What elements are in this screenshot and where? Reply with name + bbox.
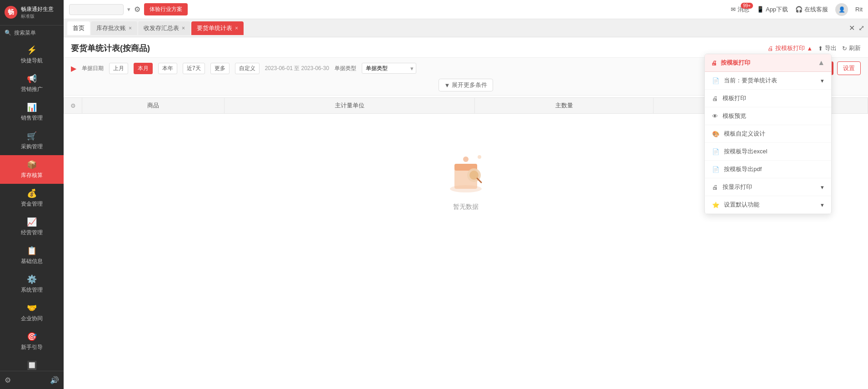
set-default-icon: ⭐ [712, 202, 719, 208]
footer-audio-icon[interactable]: 🔊 [50, 376, 59, 384]
dropdown-display-print[interactable]: 🖨 按显示打印 ▾ [705, 178, 831, 196]
dropdown-template-design[interactable]: 🎨 模板自定义设计 [705, 125, 831, 143]
tab-home[interactable]: 首页 [67, 21, 90, 35]
tab-inventory-batch[interactable]: 库存批次账 × [91, 21, 137, 35]
sidebar-item-purchase[interactable]: 🛒 采购管理 [0, 126, 64, 155]
date-last-7[interactable]: 近7天 [183, 63, 205, 74]
page-title: 要货单统计表(按商品) [71, 43, 150, 54]
sidebar-item-basic[interactable]: 📋 基础信息 [0, 241, 64, 270]
col-product: 商品 [82, 98, 224, 114]
service-icon: 🎧 [795, 6, 803, 13]
dropdown-export-pdf[interactable]: 📄 按模板导出pdf [705, 161, 831, 178]
quick-nav-icon: ⚡ [27, 45, 37, 55]
expand-conditions-button[interactable]: ▼ 展开更多条件 [439, 79, 494, 91]
export-excel-label: 按模板导出excel [724, 147, 767, 156]
date-custom[interactable]: 自定义 [235, 63, 259, 74]
sidebar-item-label: 新手引导 [21, 344, 43, 351]
username[interactable]: Rit [855, 6, 863, 13]
online-service-button[interactable]: 🎧 在线客服 [795, 5, 828, 14]
date-label: 单据日期 [82, 65, 104, 72]
refresh-button[interactable]: ↻ 刷新 [842, 44, 861, 52]
operation-icon: 📈 [27, 217, 37, 227]
tab-order-stats-label: 要货单统计表 [197, 24, 232, 32]
display-print-label: 按显示打印 [723, 183, 752, 191]
type-select-wrapper: 单据类型 [362, 63, 416, 74]
svg-point-6 [463, 157, 469, 162]
refresh-label: 刷新 [849, 44, 861, 52]
tab-collection-summary-label: 收发存汇总表 [144, 24, 179, 32]
basic-icon: 📋 [27, 246, 37, 256]
sidebar-item-guide[interactable]: 🎯 新手引导 [0, 327, 64, 356]
sidebar-item-inventory[interactable]: 📦 库存核算 [0, 155, 64, 184]
print-template-button[interactable]: 🖨 按模板打印 ▲ [768, 44, 813, 52]
sidebar-item-label: 库存核算 [21, 172, 43, 179]
tabbar: 首页 库存批次账 × 收发存汇总表 × 要货单统计表 × ✕ ⤢ [64, 19, 868, 37]
print-icon: 🖨 [768, 45, 773, 52]
sidebar-item-label: 企业协同 [21, 315, 43, 323]
table-settings-icon[interactable]: ⚙ [70, 102, 76, 109]
date-current-month[interactable]: 本月 [134, 63, 153, 74]
date-current-year[interactable]: 本年 [158, 63, 177, 74]
settings-button[interactable]: 设置 [837, 61, 861, 75]
sidebar-item-apps[interactable]: 🔲 应用中心 [0, 356, 64, 371]
topbar-dropdown-arrow[interactable]: ▾ [127, 6, 130, 13]
page-actions: 🖨 按模板打印 ▲ ⬆ 导出 ↻ 刷新 [768, 44, 861, 52]
dropdown-display-print-left: 🖨 按显示打印 [712, 183, 752, 191]
type-select[interactable]: 单据类型 [362, 63, 416, 74]
expand-icon: ▼ [444, 82, 450, 89]
dropdown-title: 按模板打印 [721, 59, 750, 67]
export-pdf-icon: 📄 [712, 166, 719, 173]
avatar[interactable]: 👤 [835, 3, 848, 16]
sidebar-item-label: 经营管理 [21, 229, 43, 237]
purchase-icon: 🛒 [27, 131, 37, 141]
topbar-search-input[interactable] [69, 4, 124, 15]
tab-collection-summary[interactable]: 收发存汇总表 × [138, 21, 190, 35]
filter-expand-arrow[interactable]: ▶ [71, 64, 76, 73]
sidebar-item-marketing[interactable]: 📢 营销推广 [0, 69, 64, 98]
tab-order-stats[interactable]: 要货单统计表 × [191, 21, 244, 35]
messages-button[interactable]: ✉ 消息 99+ [731, 5, 749, 14]
footer-settings-icon[interactable]: ⚙ [5, 376, 11, 384]
dropdown-set-default[interactable]: ⭐ 设置默认功能 ▾ [705, 196, 831, 214]
sidebar-item-collab[interactable]: 🤝 企业协同 [0, 298, 64, 327]
refresh-icon: ↻ [842, 45, 847, 52]
sidebar-item-quick-nav[interactable]: ⚡ 快捷导航 [0, 40, 64, 69]
date-more[interactable]: 更多 [210, 63, 229, 74]
tab-inventory-batch-label: 库存批次账 [96, 24, 126, 32]
dropdown-current-template[interactable]: 📄 当前：要货单统计表 ▾ [705, 72, 831, 90]
sidebar-item-system[interactable]: ⚙️ 系统管理 [0, 270, 64, 298]
topbar-right: ✉ 消息 99+ 📱 App下载 🎧 在线客服 👤 Rit [731, 3, 863, 16]
dropdown-collapse-arrow[interactable]: ▲ [818, 59, 825, 67]
template-design-icon: 🎨 [712, 131, 719, 137]
sidebar-item-operation[interactable]: 📈 经营管理 [0, 212, 64, 241]
tab-close-all-icon[interactable]: ✕ [849, 24, 855, 32]
sidebar-item-label: 快捷导航 [21, 57, 43, 65]
dropdown-template-print[interactable]: 🖨 模板打印 [705, 90, 831, 107]
sidebar-item-finance[interactable]: 💰 资金管理 [0, 184, 64, 212]
sidebar-item-sales[interactable]: 📊 销售管理 [0, 98, 64, 126]
svg-point-7 [478, 155, 481, 159]
tab-expand-icon[interactable]: ⤢ [858, 24, 864, 32]
tab-collection-summary-close[interactable]: × [182, 25, 185, 31]
sidebar-search[interactable]: 🔍 搜索菜单 [0, 25, 64, 40]
tab-order-stats-close[interactable]: × [235, 25, 238, 31]
tab-inventory-batch-close[interactable]: × [129, 25, 132, 31]
export-label: 导出 [825, 44, 837, 52]
col-settings[interactable]: ⚙ [64, 98, 82, 114]
dropdown-set-default-left: ⭐ 设置默认功能 [712, 201, 759, 209]
dropdown-export-excel[interactable]: 📄 按模板导出excel [705, 143, 831, 161]
export-button[interactable]: ⬆ 导出 [818, 44, 837, 52]
current-template-icon: 📄 [712, 77, 719, 84]
date-prev-month[interactable]: 上月 [109, 63, 128, 74]
sidebar-item-label: 资金管理 [21, 200, 43, 208]
topbar-settings-icon[interactable]: ⚙ [134, 5, 140, 14]
inventory-icon: 📦 [27, 160, 37, 170]
app-version: 标准版 [21, 13, 54, 20]
col-quantity: 主数量 [475, 98, 653, 114]
sales-icon: 📊 [27, 102, 37, 112]
logo-icon: 畅 [5, 6, 17, 19]
export-pdf-label: 按模板导出pdf [724, 165, 762, 173]
dropdown-template-preview[interactable]: 👁 模板预览 [705, 107, 831, 125]
trial-button[interactable]: 体验行业方案 [144, 3, 188, 15]
app-download-button[interactable]: 📱 App下载 [757, 5, 788, 14]
